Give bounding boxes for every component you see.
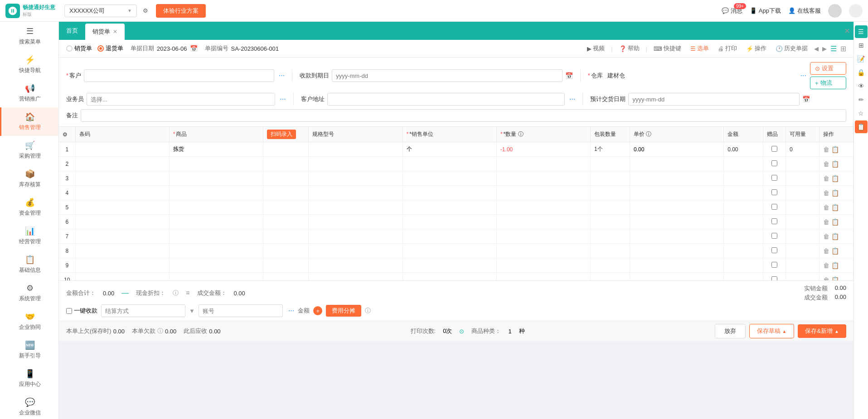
copy-icon[interactable]: 📋 — [831, 146, 839, 153]
delete-icon[interactable]: 🗑 — [823, 247, 829, 255]
note-btn[interactable]: 📝 — [855, 53, 868, 65]
row-spec[interactable] — [309, 273, 402, 281]
row-quantity[interactable] — [496, 229, 590, 244]
salesman-input[interactable] — [87, 93, 275, 106]
scan-button[interactable]: 扫码录入 — [267, 130, 296, 139]
order-debt-help-icon[interactable]: ⓘ — [157, 327, 163, 335]
sidebar-item-base-info[interactable]: 📋 基础信息 — [0, 250, 58, 279]
row-price[interactable] — [630, 157, 723, 171]
operate-btn[interactable]: ⚡ 操作 — [743, 43, 769, 53]
star-btn[interactable]: ☆ — [855, 107, 868, 120]
salesman-dots-icon[interactable]: ··· — [280, 95, 286, 103]
row-spec[interactable] — [309, 244, 402, 258]
row-quantity[interactable] — [496, 273, 590, 281]
sidebar-item-purchase[interactable]: 🛒 采购管理 — [0, 136, 58, 164]
row-gift[interactable] — [763, 273, 786, 281]
row-quantity[interactable] — [496, 142, 590, 157]
row-spec[interactable] — [309, 157, 402, 171]
online-service-btn[interactable]: 👤 在线客服 — [788, 7, 821, 15]
delete-icon[interactable]: 🗑 — [823, 175, 829, 182]
row-unit[interactable] — [402, 229, 496, 244]
row-spec[interactable] — [309, 142, 402, 157]
video-btn[interactable]: ▶ 视频 — [584, 43, 607, 53]
number-value[interactable]: SA-20230606-001 — [231, 45, 279, 52]
copy-icon[interactable]: 📋 — [831, 247, 839, 255]
radio-return[interactable]: 退货单 — [97, 44, 123, 53]
row-price[interactable] — [630, 215, 723, 229]
row-barcode[interactable] — [75, 229, 169, 244]
copy-icon[interactable]: 📋 — [831, 189, 839, 197]
row-gift[interactable] — [763, 171, 786, 186]
row-gift[interactable] — [763, 200, 786, 215]
help-circle-icon[interactable]: ⓘ — [173, 289, 179, 297]
delete-icon[interactable]: 🗑 — [823, 233, 829, 240]
avatar-2[interactable] — [849, 4, 863, 18]
row-product[interactable] — [169, 200, 263, 215]
help-btn[interactable]: ❓ 帮助 — [616, 43, 642, 53]
account-dots-icon[interactable]: ··· — [288, 307, 294, 315]
sidebar-item-sales[interactable]: 🏠 销售管理 — [0, 107, 58, 136]
row-gift[interactable] — [763, 215, 786, 229]
row-quantity[interactable] — [496, 244, 590, 258]
row-quantity[interactable] — [496, 186, 590, 200]
row-unit[interactable] — [402, 258, 496, 273]
print-btn[interactable]: 🖨 打印 — [715, 43, 740, 53]
sidebar-item-system[interactable]: ⚙ 系统管理 — [0, 279, 58, 307]
choose-btn[interactable]: ☰ 选单 — [688, 43, 712, 53]
row-barcode[interactable] — [75, 186, 169, 200]
row-gift[interactable] — [763, 244, 786, 258]
payment-date-input[interactable] — [332, 69, 563, 82]
shortcut-btn[interactable]: ⌨ 快捷键 — [651, 43, 684, 53]
row-product[interactable] — [169, 186, 263, 200]
row-unit[interactable] — [402, 273, 496, 281]
save-draft-button[interactable]: 保存草稿 ▲ — [749, 324, 795, 338]
row-barcode[interactable] — [75, 244, 169, 258]
settings-form-btn[interactable]: ⊙ 设置 — [810, 62, 846, 75]
row-spec[interactable] — [309, 171, 402, 186]
row-price[interactable] — [630, 258, 723, 273]
row-product[interactable] — [169, 244, 263, 258]
settings-icon[interactable]: ⚙ — [139, 4, 152, 18]
delete-icon[interactable]: 🗑 — [823, 146, 829, 153]
row-quantity[interactable] — [496, 258, 590, 273]
customer-input[interactable] — [84, 69, 274, 82]
tab-sales-order[interactable]: 销货单 ✕ — [85, 24, 125, 40]
col-settings[interactable]: ⚙ — [59, 127, 75, 142]
row-product[interactable] — [169, 171, 263, 186]
customer-address-input[interactable] — [327, 93, 565, 106]
fee-help-icon[interactable]: ⓘ — [365, 307, 371, 315]
row-product[interactable] — [169, 142, 263, 157]
row-price[interactable] — [630, 171, 723, 186]
expected-calendar-icon[interactable]: 📅 — [802, 96, 810, 103]
sidebar-item-guide[interactable]: 🆕 新手引导 — [0, 336, 58, 364]
next-icon[interactable]: ▶ — [822, 45, 827, 52]
row-barcode[interactable] — [75, 200, 169, 215]
settlement-chevron-icon[interactable]: ▼ — [189, 308, 195, 314]
copy-icon[interactable]: 📋 — [831, 204, 839, 211]
trial-button[interactable]: 体验行业方案 — [156, 4, 206, 18]
row-price[interactable] — [630, 273, 723, 281]
row-barcode[interactable] — [75, 157, 169, 171]
eye-btn[interactable]: 👁 — [855, 80, 868, 92]
settlement-method-input[interactable] — [101, 304, 185, 317]
delete-icon[interactable]: 🗑 — [823, 262, 829, 269]
delete-icon[interactable]: 🗑 — [823, 189, 829, 197]
grid-view-btn[interactable]: ⊞ — [855, 39, 868, 52]
delete-icon[interactable]: 🗑 — [823, 276, 829, 281]
orange-action-btn[interactable]: 📋 — [855, 120, 868, 133]
copy-icon[interactable]: 📋 — [831, 218, 839, 226]
row-quantity[interactable] — [496, 171, 590, 186]
row-quantity[interactable] — [496, 215, 590, 229]
sidebar-item-operations[interactable]: 📊 经营管理 — [0, 222, 58, 250]
row-gift[interactable] — [763, 186, 786, 200]
warehouse-dots-icon[interactable]: ··· — [800, 72, 806, 80]
company-selector[interactable]: XXXXXX公司 ▼ — [64, 5, 137, 17]
row-gift[interactable] — [763, 258, 786, 273]
one-click-pay-label[interactable]: 一键收款 — [66, 307, 97, 315]
calendar-icon[interactable]: 📅 — [190, 45, 198, 52]
row-price[interactable] — [630, 200, 723, 215]
row-product[interactable] — [169, 258, 263, 273]
sidebar-item-app-center[interactable]: 📱 应用中心 — [0, 364, 58, 393]
row-quantity[interactable] — [496, 157, 590, 171]
copy-icon[interactable]: 📋 — [831, 262, 839, 269]
